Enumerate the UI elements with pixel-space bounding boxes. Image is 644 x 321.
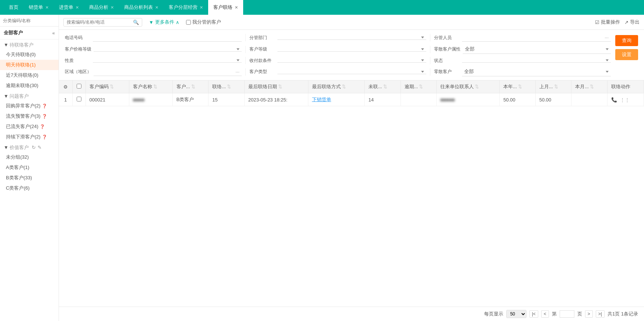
filter-chevron-icon: ∧ bbox=[176, 20, 179, 25]
sidebar-item-today-contact[interactable]: 今天待联络(0) bbox=[0, 49, 59, 60]
value-customer-group-label: ▼ 价值客户 ↻ ✎ bbox=[0, 142, 59, 152]
retail-customer-select[interactable]: 全部 bbox=[462, 67, 611, 76]
customer-grade-select[interactable] bbox=[277, 47, 426, 52]
col-checkbox bbox=[72, 80, 85, 93]
nav-customer-contact[interactable]: 客户联络 ✕ bbox=[208, 0, 243, 15]
sidebar-item-tomorrow-contact[interactable]: 明天待联络(1) bbox=[0, 60, 59, 70]
checkbox-icon: ☑ bbox=[595, 20, 599, 25]
sidebar-item-class-b[interactable]: B类客户(33) bbox=[0, 173, 59, 183]
nav-analysis[interactable]: 商品分析 ✕ bbox=[84, 0, 119, 15]
sidebar-item-lost[interactable]: 流失预警客户(3) ❓ bbox=[0, 111, 59, 121]
nav-sales[interactable]: 销货单 ✕ bbox=[24, 0, 54, 15]
col-settings[interactable]: ⚙ bbox=[59, 80, 72, 93]
filter-icon: ▼ bbox=[149, 20, 154, 25]
col-last-contact-method[interactable]: 最后联络方式⇅ bbox=[308, 80, 364, 93]
person-select[interactable]: ··· bbox=[462, 34, 611, 42]
phone-input[interactable] bbox=[93, 34, 242, 42]
close-purchase-icon[interactable]: ✕ bbox=[76, 5, 79, 10]
sidebar-item-overdue-contact[interactable]: 逾期未联络(30) bbox=[0, 80, 59, 91]
more-filter-btn[interactable]: ▼ 更多条件 ∧ bbox=[146, 18, 182, 27]
filter-status: 状态 bbox=[434, 58, 611, 64]
sidebar-item-class-c[interactable]: C类客户(6) bbox=[0, 183, 59, 193]
sidebar-item-week-contact[interactable]: 近7天待联络(0) bbox=[0, 70, 59, 80]
row-select-checkbox[interactable] bbox=[77, 97, 81, 101]
retail-attr-select[interactable]: 全部 bbox=[463, 45, 611, 54]
contact-method-link[interactable]: 下销货单 bbox=[312, 97, 331, 102]
price-grade-select[interactable] bbox=[94, 47, 242, 52]
divider5 bbox=[245, 57, 246, 64]
col-last-month[interactable]: 上月...⇅ bbox=[535, 80, 571, 93]
page-size-select[interactable]: 50 100 200 bbox=[506, 310, 526, 318]
dept-select[interactable] bbox=[277, 35, 426, 40]
my-customer-checkbox[interactable] bbox=[186, 20, 191, 25]
close-sales-icon[interactable]: ✕ bbox=[45, 5, 49, 10]
triangle-icon2: ▼ bbox=[4, 93, 8, 99]
pagination: 每页显示 50 100 200 |< < 第 1 页 > >| 共1页 1条记录 bbox=[59, 307, 644, 321]
close-analysis-icon[interactable]: ✕ bbox=[111, 5, 114, 10]
problem-customer-group-label: ▼ 问题客户 bbox=[0, 91, 59, 101]
select-all-checkbox[interactable] bbox=[77, 84, 81, 89]
nav-home[interactable]: 首页 bbox=[4, 0, 24, 15]
col-overdue[interactable]: 逾期...⇅ bbox=[400, 80, 437, 93]
prev-page-btn[interactable]: < bbox=[541, 310, 549, 318]
table-header-row: ⚙ 客户编码⇅ 客户名称⇅ 客户...⇅ 联络...⇅ 最后联络日期⇅ 最后联络… bbox=[59, 80, 644, 93]
col-class[interactable]: 客户...⇅ bbox=[172, 80, 209, 93]
phone-action-icon[interactable]: 📞 bbox=[611, 97, 617, 103]
search-submit-icon[interactable]: 🔍 bbox=[133, 20, 139, 25]
first-page-btn[interactable]: |< bbox=[529, 310, 538, 318]
collapse-all-icon[interactable]: « bbox=[52, 30, 55, 36]
col-this-year[interactable]: 本年...⇅ bbox=[500, 80, 536, 93]
sidebar-item-ungrouped[interactable]: 未分组(32) bbox=[0, 152, 59, 162]
status-select[interactable] bbox=[462, 58, 611, 63]
customer-type-select[interactable] bbox=[277, 70, 426, 74]
row-this-month bbox=[571, 93, 608, 106]
sidebar-item-churned[interactable]: 已流失客户(24) ❓ bbox=[0, 121, 59, 132]
filter-row-3: 性质 收付款条件 bbox=[65, 57, 611, 64]
col-not-contacted[interactable]: 未联...⇅ bbox=[365, 80, 401, 93]
close-customer-contact-icon[interactable]: ✕ bbox=[235, 5, 238, 10]
more-action-icon[interactable]: ⋮⋮ bbox=[620, 97, 630, 103]
col-this-month[interactable]: 本月...⇅ bbox=[571, 80, 608, 93]
nav-customer-tier[interactable]: 客户分层经营 ✕ bbox=[164, 0, 208, 15]
close-customer-tier-icon[interactable]: ✕ bbox=[200, 5, 203, 10]
col-name[interactable]: 客户名称⇅ bbox=[129, 80, 172, 93]
refresh-icon[interactable]: ↻ bbox=[32, 145, 36, 150]
last-page-btn[interactable]: >| bbox=[596, 310, 605, 318]
col-contact-count[interactable]: 联络...⇅ bbox=[209, 80, 245, 93]
col-last-contact-date[interactable]: 最后联络日期⇅ bbox=[244, 80, 308, 93]
sidebar-search-container: 🔍 bbox=[0, 15, 59, 27]
export-btn[interactable]: ↗ 导出 bbox=[624, 19, 640, 25]
settings-button[interactable]: 设置 bbox=[615, 49, 638, 60]
page-number-input[interactable]: 1 bbox=[560, 310, 574, 318]
help-icon-1: ❓ bbox=[42, 104, 47, 108]
col-contact-person[interactable]: 往来单位联系人⇅ bbox=[437, 80, 500, 93]
sidebar-item-repurchase-abnormal[interactable]: 回购异常客户(2) ❓ bbox=[0, 101, 59, 111]
payment-select[interactable] bbox=[277, 58, 426, 63]
table-row: 1 000021 ■■■■ B类客户 15 2023-05-23 18:25: … bbox=[59, 93, 644, 106]
next-page-btn[interactable]: > bbox=[585, 310, 593, 318]
row-checkbox bbox=[72, 93, 85, 106]
row-last-contact-date: 2023-05-23 18:25: bbox=[244, 93, 308, 106]
help-icon-3: ❓ bbox=[40, 124, 45, 129]
row-last-month: 50.00 bbox=[535, 93, 571, 106]
pending-contact-group-label: ▼ 待联络客户 bbox=[0, 39, 59, 49]
search-input[interactable] bbox=[67, 20, 133, 25]
sidebar-item-declining[interactable]: 持续下滑客户(2) ❓ bbox=[0, 132, 59, 142]
edit-icon[interactable]: ✎ bbox=[38, 145, 42, 150]
query-button[interactable]: 查询 bbox=[615, 35, 638, 46]
col-code[interactable]: 客户编码⇅ bbox=[85, 80, 129, 93]
table-container: ⚙ 客户编码⇅ 客户名称⇅ 客户...⇅ 联络...⇅ 最后联络日期⇅ 最后联络… bbox=[59, 80, 644, 307]
filter-payment: 收付款条件 bbox=[249, 58, 426, 64]
all-customers-header[interactable]: 全部客户 « bbox=[0, 27, 59, 39]
sidebar-item-class-a[interactable]: A类客户(1) bbox=[0, 162, 59, 173]
my-customer-check[interactable]: 我分管的客户 bbox=[186, 19, 221, 25]
region-select[interactable]: ··· bbox=[94, 68, 242, 76]
nav-analysis-list[interactable]: 商品分析列表 ✕ bbox=[119, 0, 164, 15]
close-analysis-list-icon[interactable]: ✕ bbox=[155, 5, 158, 10]
batch-op-btn[interactable]: ☑ 批量操作 bbox=[595, 19, 620, 25]
divider8 bbox=[430, 68, 430, 76]
sidebar-search-input[interactable] bbox=[3, 18, 58, 23]
nature-select[interactable] bbox=[93, 58, 242, 63]
nav-purchase[interactable]: 进货单 ✕ bbox=[54, 0, 84, 15]
help-icon-4: ❓ bbox=[42, 135, 47, 139]
